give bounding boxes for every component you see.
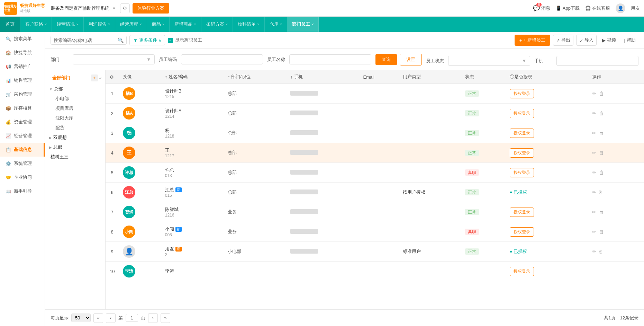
sidebar-item-sales[interactable]: 📊 销售管理: [0, 73, 45, 87]
dept-group-zongbu[interactable]: ▼ 总部: [45, 84, 105, 94]
export-btn[interactable]: ↗ 导出: [553, 35, 573, 46]
delete-icon[interactable]: 🗑: [599, 229, 604, 235]
query-btn[interactable]: 查询: [375, 54, 397, 65]
row-usertype: [399, 123, 461, 143]
edit-icon[interactable]: ✏: [592, 111, 596, 116]
dept-filter-select[interactable]: ▼: [73, 54, 155, 64]
dept-sub-peihuo[interactable]: 配货: [52, 123, 105, 133]
delete-icon[interactable]: 🗑: [599, 170, 604, 175]
tab-operations[interactable]: 经营情况 ×: [52, 17, 83, 32]
tab-barcode[interactable]: 条码方案 ×: [201, 17, 233, 32]
edit-icon[interactable]: ✏: [592, 229, 596, 235]
code-filter-input[interactable]: [181, 54, 263, 64]
message-btn[interactable]: 💬 6 消息: [533, 5, 550, 11]
th-name[interactable]: ↕ 姓名/编码: [161, 70, 224, 84]
tab-home[interactable]: 首页: [0, 17, 20, 32]
delete-icon[interactable]: 🗑: [599, 91, 604, 96]
status-filter-select[interactable]: ▼: [448, 56, 530, 66]
sidebar-item-basic[interactable]: 📋 基础信息: [0, 143, 45, 157]
help-btn[interactable]: | 帮助: [622, 35, 638, 45]
set-btn[interactable]: 设置: [400, 54, 422, 65]
tab-customer[interactable]: 客户联络 ×: [20, 17, 52, 32]
tab-history[interactable]: 经营历程 ×: [115, 17, 147, 32]
sidebar-item-inventory[interactable]: 📦 库存核算: [0, 101, 45, 115]
sidebar-item-guide[interactable]: 📖 新手引导: [0, 184, 45, 198]
sidebar-item-marketing[interactable]: 📢 营销推广: [0, 60, 45, 73]
dept-collapse-btn[interactable]: «: [99, 76, 102, 81]
next-page-btn[interactable]: ›: [148, 313, 158, 323]
edit-icon[interactable]: ✏: [592, 170, 596, 175]
all-depts-label[interactable]: 全部部门: [52, 75, 70, 81]
dropdown-arrow-icon[interactable]: ▼: [112, 6, 116, 10]
prev-page-btn[interactable]: ‹: [106, 313, 116, 323]
tab-dept-staff[interactable]: 部门员工 ×: [287, 17, 319, 32]
dept-group-zongbu2[interactable]: ▶ 总部: [45, 142, 105, 152]
video-btn[interactable]: ▶ 视频: [599, 35, 619, 45]
user-avatar[interactable]: 👤: [616, 3, 625, 13]
settings-btn[interactable]: ⚙: [120, 3, 130, 13]
dept-group-shuanglu[interactable]: ▶ 双鹿想: [45, 133, 105, 142]
dept-group-zhishu[interactable]: 植树王三: [45, 152, 105, 162]
sidebar-item-finance[interactable]: 💰 资金管理: [0, 115, 45, 129]
delete-icon[interactable]: 🗑: [599, 111, 604, 116]
show-resigned-toggle[interactable]: ✓ 显示离职员工: [168, 37, 202, 43]
row-spacer: [571, 202, 588, 222]
add-employee-btn[interactable]: + + 新增员工: [515, 35, 550, 46]
auth-login-btn[interactable]: 授权登录: [510, 208, 534, 217]
dept-add-icon-btn[interactable]: +: [91, 74, 98, 81]
th-phone[interactable]: ↕ 手机: [286, 70, 359, 84]
sidebar-item-collab[interactable]: 🤝 企业协同: [0, 170, 45, 184]
auth-login-btn[interactable]: 授权登录: [510, 148, 534, 158]
sidebar-item-quicknav[interactable]: 🏠 快捷导航: [0, 46, 45, 60]
more-filter-btn[interactable]: ▼ 更多条件 ∧: [129, 35, 165, 45]
experience-btn[interactable]: 体验行业方案: [133, 3, 169, 14]
first-page-btn[interactable]: «: [93, 313, 103, 323]
auth-login-btn[interactable]: 授权登录: [510, 129, 534, 138]
sidebar-item-purchase[interactable]: 🛒 采购管理: [0, 87, 45, 101]
edit-icon[interactable]: ✏: [592, 91, 596, 96]
tab-add-goods[interactable]: 新增商品 ×: [170, 17, 201, 32]
row-name: 用友 应 2: [161, 242, 224, 262]
phone-filter-input[interactable]: [556, 56, 638, 66]
dept-sub-shenyang[interactable]: 沈阳大库: [52, 113, 105, 123]
th-settings[interactable]: ⚙: [106, 70, 119, 84]
sidebar-item-search[interactable]: 🔍 搜索菜单: [0, 32, 45, 46]
per-page-select[interactable]: 50 100 200: [71, 314, 91, 322]
sidebar-item-operation[interactable]: 📈 经营管理: [0, 129, 45, 143]
edit-icon[interactable]: ✏: [592, 209, 596, 215]
name-filter-label: 员工名称: [267, 56, 287, 63]
dept-sub-xiangmu[interactable]: 项目库房: [52, 104, 105, 113]
online-service-btn[interactable]: 🎧 在线客服: [585, 5, 610, 11]
delete-icon[interactable]: 🗑: [599, 209, 604, 215]
edit-icon[interactable]: ✏: [592, 249, 596, 254]
search-input-wrap[interactable]: 🔍: [51, 36, 127, 45]
edit-icon[interactable]: ✏: [592, 130, 596, 136]
user-name[interactable]: 用友: [631, 5, 640, 11]
app-download-btn[interactable]: 📱 App下载: [556, 5, 580, 11]
edit-icon[interactable]: ✏: [592, 150, 596, 156]
delete-icon[interactable]: 🗑: [599, 150, 604, 156]
sidebar-item-system[interactable]: ⚙️ 系统管理: [0, 157, 45, 170]
tab-goods[interactable]: 商品 ×: [147, 17, 170, 32]
auth-login-btn[interactable]: 授权登录: [510, 109, 534, 118]
auth-login-btn[interactable]: 授权登录: [510, 89, 534, 98]
th-dept[interactable]: ↕ 部门/职位: [224, 70, 286, 84]
tab-bom[interactable]: 物料清单 ×: [233, 17, 264, 32]
auth-login-btn[interactable]: 授权登录: [510, 168, 534, 177]
table-row-highlighted: 4 王 王1217 总部 正常 授权登录: [106, 143, 644, 163]
delete-icon[interactable]: 🗑: [599, 130, 604, 136]
name-filter-input[interactable]: [289, 54, 371, 64]
import-btn[interactable]: ↙ 导入: [576, 35, 597, 46]
page-number-input[interactable]: [126, 314, 138, 322]
edit-icon[interactable]: ✏: [592, 190, 596, 195]
copy-icon[interactable]: ⎘: [599, 249, 602, 254]
tab-profit[interactable]: 利润报告 ×: [84, 17, 115, 32]
auth-login-btn[interactable]: 授权登录: [510, 267, 534, 276]
tab-warehouse[interactable]: 仓库 ×: [265, 17, 287, 32]
last-page-btn[interactable]: »: [161, 313, 170, 323]
table-row: 5 许总 许总013 总部 离职 授权登录: [106, 163, 644, 183]
search-input[interactable]: [54, 38, 116, 43]
copy-icon[interactable]: ⎘: [599, 190, 602, 195]
dept-sub-xiaodian[interactable]: 小电部: [52, 94, 105, 104]
auth-login-btn[interactable]: 授权登录: [510, 227, 534, 237]
